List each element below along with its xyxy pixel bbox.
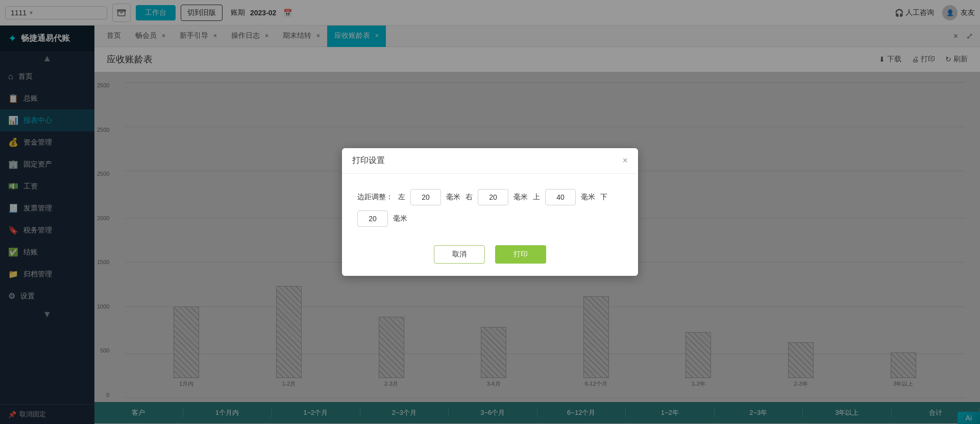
top-margin-input[interactable]	[545, 189, 576, 205]
left-margin-input[interactable]	[410, 189, 441, 205]
bottom-label: 下	[600, 193, 607, 202]
top-label: 上	[533, 193, 540, 202]
dialog-overlay: 打印设置 × 边距调整： 左 毫米 右 毫米 上 毫米 下 毫米 取消 打印	[0, 0, 980, 424]
margin-adjust-label: 边距调整：	[357, 193, 393, 202]
bottom-margin-input[interactable]	[357, 210, 388, 227]
dialog-close-button[interactable]: ×	[622, 155, 628, 166]
top-unit: 毫米	[581, 193, 595, 202]
bottom-unit: 毫米	[393, 214, 407, 223]
print-confirm-button[interactable]: 打印	[495, 245, 546, 264]
margin-row: 边距调整： 左 毫米 右 毫米 上 毫米 下 毫米	[357, 189, 623, 227]
print-settings-dialog: 打印设置 × 边距调整： 左 毫米 右 毫米 上 毫米 下 毫米 取消 打印	[342, 148, 638, 276]
right-label: 右	[465, 193, 473, 202]
cancel-button[interactable]: 取消	[434, 245, 485, 264]
dialog-body: 边距调整： 左 毫米 右 毫米 上 毫米 下 毫米	[342, 174, 638, 237]
left-unit: 毫米	[446, 193, 460, 202]
right-margin-input[interactable]	[478, 189, 508, 205]
left-label: 左	[398, 193, 405, 202]
dialog-header: 打印设置 ×	[342, 148, 638, 174]
dialog-footer: 取消 打印	[342, 237, 638, 276]
right-unit: 毫米	[513, 193, 528, 202]
dialog-title: 打印设置	[352, 155, 385, 166]
